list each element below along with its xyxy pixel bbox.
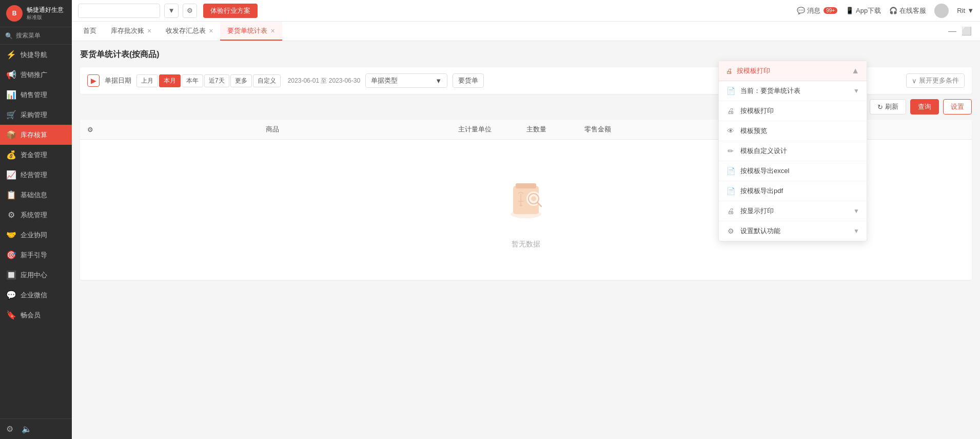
tab-inventory-batch-close[interactable]: × [147, 27, 151, 34]
settings-label: 设置 [951, 102, 964, 111]
sidebar-item-quick-nav[interactable]: ⚡ 快捷导航 [0, 45, 72, 65]
dropdown-item-current[interactable]: 📄 当前：要货单统计表 ▼ [719, 81, 867, 101]
tab-order-stats-close[interactable]: × [270, 27, 275, 34]
date-btn-last-month[interactable]: 上月 [136, 74, 158, 87]
date-range-text: 2023-06-01 至 2023-06-30 [288, 77, 360, 85]
sidebar-item-marketing[interactable]: 📢 营销推广 [0, 65, 72, 85]
avatar[interactable] [934, 4, 949, 18]
template-design-label: 模板自定义设计 [740, 146, 787, 156]
sidebar-item-inventory[interactable]: 📦 库存核算 [0, 125, 72, 145]
query-label: 查询 [918, 102, 931, 111]
tab-maximize-btn[interactable]: ⬜ [962, 26, 972, 36]
finance-icon: 💰 [6, 150, 16, 160]
export-excel-icon: 📄 [726, 167, 735, 175]
sidebar-item-business[interactable]: 📈 经营管理 [0, 165, 72, 185]
settings-footer-icon[interactable]: ⚙ [6, 424, 13, 434]
basic-icon: 📋 [6, 190, 16, 200]
topbar-right: 💬 消息 99+ 📱 App下载 🎧 在线客服 Rit ▼ [797, 4, 974, 18]
topbar-gear-button[interactable]: ⚙ [183, 4, 197, 18]
dropdown-header: 🖨 按模板打印 ▲ [719, 61, 867, 81]
expand-more-btn[interactable]: ∨ 展开更多条件 [906, 73, 965, 88]
wxwork-icon: 💬 [6, 290, 16, 300]
sidebar-item-appstore[interactable]: 🔲 应用中心 [0, 265, 72, 285]
date-btn-7days[interactable]: 近7天 [204, 74, 229, 87]
sidebar-item-label: 库存核算 [21, 130, 47, 140]
industry-btn[interactable]: 体验行业方案 [203, 4, 258, 18]
sidebar-search[interactable]: 🔍 搜索菜单 [0, 27, 72, 45]
online-service-btn[interactable]: 🎧 在线客服 [889, 6, 926, 15]
tab-collection-summary-close[interactable]: × [209, 27, 213, 34]
chevron-down-icon: ▼ [967, 7, 974, 14]
sidebar-item-sales[interactable]: 📊 销售管理 [0, 85, 72, 105]
sidebar-item-purchase[interactable]: 🛒 采购管理 [0, 105, 72, 125]
svg-rect-2 [516, 183, 536, 188]
dropdown-item-template-preview[interactable]: 👁 模板预览 [719, 121, 867, 141]
expand-more-label: 展开更多条件 [919, 76, 959, 85]
dropdown-close-btn[interactable]: ▲ [851, 66, 859, 75]
date-btn-custom[interactable]: 自定义 [253, 74, 281, 87]
dropdown-item-display-print[interactable]: 🖨 按显示打印 ▼ [719, 201, 867, 221]
tab-order-stats-label: 要货单统计表 [227, 26, 267, 35]
date-btn-this-month[interactable]: 本月 [159, 74, 181, 87]
refresh-icon: ↻ [877, 103, 883, 111]
search-label: 搜索菜单 [16, 31, 41, 40]
volume-icon[interactable]: 🔈 [22, 424, 32, 434]
sidebar-item-wxwork[interactable]: 💬 企业微信 [0, 285, 72, 305]
system-icon: ⚙ [6, 210, 16, 220]
purchase-icon: 🛒 [6, 110, 16, 120]
empty-text: 暂无数据 [512, 240, 540, 249]
tab-collection-summary[interactable]: 收发存汇总表 × [159, 22, 220, 41]
th-qty: 主数量 [505, 125, 567, 134]
app-download-btn[interactable]: 📱 App下载 [846, 6, 881, 15]
dropdown-title: 按模板打印 [737, 66, 770, 75]
sidebar-item-label: 应用中心 [21, 271, 47, 280]
sidebar-item-basic[interactable]: 📋 基础信息 [0, 185, 72, 205]
date-btn-more[interactable]: 更多 [230, 74, 252, 87]
query-btn[interactable]: 查询 [910, 99, 939, 114]
default-fn-label: 设置默认功能 [740, 226, 780, 236]
current-arrow: ▼ [853, 87, 859, 94]
display-print-icon: 🖨 [726, 207, 735, 215]
sidebar-item-label: 销售管理 [21, 90, 47, 100]
settings-btn[interactable]: 设置 [943, 99, 972, 114]
sidebar-item-vip[interactable]: 🔖 畅会员 [0, 305, 72, 325]
dropdown-item-default-fn[interactable]: ⚙ 设置默认功能 ▼ [719, 221, 867, 241]
marketing-icon: 📢 [6, 70, 16, 80]
sidebar-item-finance[interactable]: 💰 资金管理 [0, 145, 72, 165]
default-fn-arrow: ▼ [853, 227, 859, 235]
tab-home[interactable]: 首页 [76, 22, 104, 41]
sidebar-item-guide[interactable]: 🎯 新手引导 [0, 245, 72, 265]
sidebar-item-collab[interactable]: 🤝 企业协同 [0, 225, 72, 245]
message-btn[interactable]: 💬 消息 99+ [797, 6, 837, 15]
page-content: 要货单统计表(按商品) ▶ 单据日期 上月 本月 本年 近7天 更多 自定义 2… [72, 41, 980, 439]
dropdown-item-export-pdf[interactable]: 📄 按模板导出pdf [719, 181, 867, 201]
topbar-dropdown-button[interactable]: ▼ [164, 4, 179, 18]
sidebar-item-label: 快捷导航 [21, 50, 47, 60]
template-preview-label: 模板预览 [740, 126, 767, 136]
tab-order-stats[interactable]: 要货单统计表 × [220, 22, 282, 41]
date-btn-this-year[interactable]: 本年 [182, 74, 203, 87]
th-settings[interactable]: ⚙ [80, 125, 101, 134]
search-icon: 🔍 [5, 32, 13, 40]
printer-icon-header: 🖨 [726, 67, 733, 75]
dropdown-item-template-design[interactable]: ✏ 模板自定义设计 [719, 141, 867, 161]
tab-minimize-btn[interactable]: — [947, 26, 957, 36]
sidebar-nav: ⚡ 快捷导航 📢 营销推广 📊 销售管理 🛒 采购管理 📦 库存核算 💰 资金管… [0, 45, 72, 418]
filter-expand-btn[interactable]: ▶ [87, 74, 100, 87]
username-display[interactable]: Rit ▼ [957, 7, 974, 14]
tab-inventory-batch[interactable]: 库存批次账 × [104, 22, 159, 41]
filter-type-select[interactable]: 单据类型 ▼ [365, 73, 447, 88]
dropdown-item-template-print[interactable]: 🖨 按模板打印 [719, 101, 867, 121]
th-unit: 主计量单位 [444, 125, 505, 134]
sidebar-item-label: 企业微信 [21, 291, 47, 300]
page-title: 要货单统计表(按商品) [80, 49, 972, 60]
tab-home-label: 首页 [83, 26, 96, 35]
refresh-btn[interactable]: ↻ 刷新 [870, 99, 906, 114]
sidebar: B 畅捷通好生意 标准版 🔍 搜索菜单 ⚡ 快捷导航 📢 营销推广 📊 销售管理… [0, 0, 72, 439]
topbar-search-input[interactable] [78, 4, 160, 18]
message-badge: 99+ [824, 7, 837, 14]
dropdown-item-export-excel[interactable]: 📄 按模板导出excel [719, 161, 867, 181]
sidebar-item-system[interactable]: ⚙ 系统管理 [0, 205, 72, 225]
sidebar-item-label: 营销推广 [21, 70, 47, 80]
filter-goods-select[interactable]: 要货单 [453, 73, 484, 88]
